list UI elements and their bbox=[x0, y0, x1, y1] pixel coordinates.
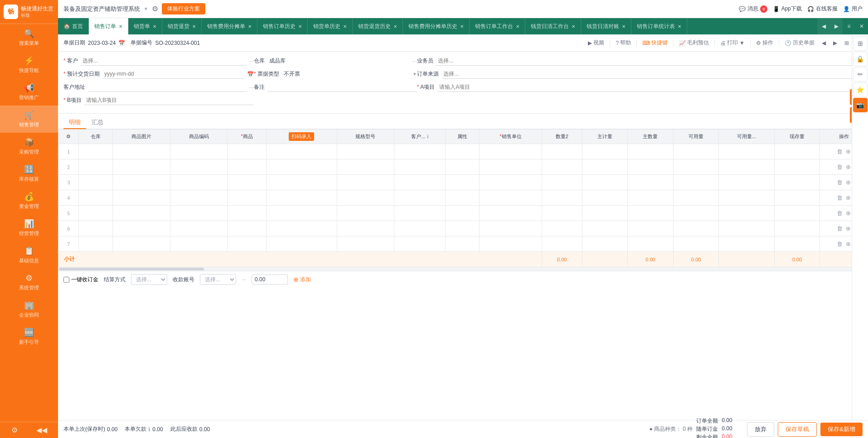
row-copy-icon-3[interactable]: ⊕ bbox=[846, 179, 851, 186]
row-copy-icon-4[interactable]: ⊕ bbox=[846, 194, 851, 201]
row-unit-1[interactable] bbox=[479, 144, 542, 159]
navtab-next-icon[interactable]: ▶ bbox=[830, 18, 843, 34]
row-qty2-3[interactable] bbox=[542, 175, 582, 190]
row-warehouse-2[interactable] bbox=[79, 159, 112, 175]
rfloat-btn-2[interactable]: 🔒 bbox=[853, 52, 868, 66]
staff-input[interactable] bbox=[436, 56, 855, 66]
shortcut-btn[interactable]: ⌨ 快捷键 bbox=[640, 38, 669, 48]
row-delete-icon-5[interactable]: 🗑 bbox=[837, 210, 843, 217]
rfloat-btn-3[interactable]: ✏ bbox=[853, 67, 868, 82]
navtab-invoice[interactable]: 销货单 ✕ bbox=[128, 18, 162, 34]
navtab-invoice-history[interactable]: 销货单历史 ✕ bbox=[308, 18, 353, 34]
row-unit-5[interactable] bbox=[479, 206, 542, 221]
row-attribute-4[interactable] bbox=[446, 190, 479, 206]
row-spec-3[interactable] bbox=[337, 175, 394, 190]
row-copy-icon-5[interactable]: ⊕ bbox=[846, 210, 851, 217]
row-warehouse-6[interactable] bbox=[79, 221, 112, 236]
a-project-input[interactable] bbox=[437, 82, 863, 92]
row-customer-code-4[interactable] bbox=[394, 190, 446, 206]
sidebar-item-sales[interactable]: 🛒 销售管理 bbox=[0, 106, 58, 133]
topbar-onlineservice[interactable]: 🎧 在线客服 bbox=[807, 5, 838, 13]
print-dropdown-icon[interactable]: ▼ bbox=[739, 40, 745, 46]
help-btn[interactable]: ? 帮助 bbox=[614, 38, 633, 48]
row-goods-1[interactable] bbox=[228, 144, 266, 159]
row-delete-icon-3[interactable]: 🗑 bbox=[837, 179, 843, 186]
solution-button[interactable]: 体验行业方案 bbox=[162, 3, 205, 14]
rfloat-btn-4[interactable]: ⭐ bbox=[853, 82, 868, 97]
row-customer-code-3[interactable] bbox=[394, 175, 446, 190]
navtab-sales-return[interactable]: 销货退货 ✕ bbox=[162, 18, 202, 34]
row-attribute-3[interactable] bbox=[446, 175, 479, 190]
close-invoice-history-icon[interactable]: ✕ bbox=[343, 24, 347, 29]
navtab-prev-icon[interactable]: ◀ bbox=[817, 18, 830, 34]
row-main-qty-2[interactable] bbox=[628, 159, 674, 175]
sidebar-item-inventory[interactable]: 🔢 库存核算 bbox=[0, 160, 58, 187]
navtab-sales-order-history[interactable]: 销售订单历史 ✕ bbox=[257, 18, 308, 34]
row-customer-code-5[interactable] bbox=[394, 206, 446, 221]
scrollbar-thumb[interactable] bbox=[59, 268, 204, 270]
close-return-history-icon[interactable]: ✕ bbox=[393, 24, 397, 29]
row-customer-code-2[interactable] bbox=[394, 159, 446, 175]
row-delete-icon-7[interactable]: 🗑 bbox=[837, 241, 843, 247]
close-order-stats-icon[interactable]: ✕ bbox=[678, 24, 681, 29]
view-video-btn[interactable]: ▶ 视频 bbox=[586, 38, 606, 48]
navtab-expense-split[interactable]: 销售费用分摊单 ✕ bbox=[202, 18, 257, 34]
print-btn[interactable]: 🖨 打印 ▼ bbox=[718, 38, 747, 48]
row-customer-code-6[interactable] bbox=[394, 221, 446, 236]
payment-amount-input[interactable] bbox=[252, 274, 288, 284]
delivery-calendar-icon[interactable]: 📅 bbox=[247, 71, 254, 77]
b-project-input[interactable] bbox=[84, 96, 254, 105]
remark-input[interactable] bbox=[267, 82, 417, 92]
row-copy-icon-7[interactable]: ⊕ bbox=[846, 241, 851, 247]
row-warehouse-4[interactable] bbox=[79, 190, 112, 206]
row-warehouse-5[interactable] bbox=[79, 206, 112, 221]
navtab-return-history[interactable]: 销货退货历史 ✕ bbox=[353, 18, 403, 34]
navtab-close-all-icon[interactable]: ✕ bbox=[855, 18, 868, 34]
row-customer-code-7[interactable] bbox=[394, 236, 446, 252]
close-cash-reconcile-icon[interactable]: ✕ bbox=[622, 24, 626, 29]
topbar-appdownload[interactable]: 📱 App下载 bbox=[773, 5, 802, 13]
operation-btn[interactable]: ⚙ 操作 bbox=[754, 38, 775, 48]
customer-dots[interactable]: ··· bbox=[249, 58, 254, 64]
navtab-sales-order[interactable]: 销售订单 ✕ bbox=[89, 18, 128, 34]
row-copy-icon-6[interactable]: ⊕ bbox=[846, 225, 851, 232]
invoice-dropdown-icon[interactable]: ▼ bbox=[412, 72, 417, 77]
row-goods-5[interactable] bbox=[228, 206, 266, 221]
row-goods-2[interactable] bbox=[228, 159, 266, 175]
navtab-cash-workbench[interactable]: 钱货日清工作台 ✕ bbox=[525, 18, 581, 34]
next-record-icon[interactable]: ▶ bbox=[831, 39, 839, 47]
row-spec-4[interactable] bbox=[337, 190, 394, 206]
close-sales-return-icon[interactable]: ✕ bbox=[192, 24, 196, 29]
rfloat-btn-1[interactable]: ⊞ bbox=[853, 36, 868, 51]
sidebar-item-quicknav[interactable]: ⚡ 快捷导航 bbox=[0, 51, 58, 78]
account-select[interactable]: 选择... bbox=[200, 274, 236, 285]
row-attribute-6[interactable] bbox=[446, 221, 479, 236]
topbar-message[interactable]: 💬 消息 9 bbox=[739, 5, 767, 13]
address-dots[interactable]: ··· bbox=[249, 84, 254, 91]
row-code-1[interactable] bbox=[170, 144, 228, 159]
settings-bottom-icon[interactable]: ⚙ bbox=[11, 426, 18, 434]
row-code-3[interactable] bbox=[170, 175, 228, 190]
system-dropdown-icon[interactable]: ▼ bbox=[144, 6, 148, 11]
address-input[interactable] bbox=[88, 82, 247, 92]
row-qty2-1[interactable] bbox=[542, 144, 582, 159]
warehouse-dots[interactable]: ··· bbox=[412, 58, 417, 64]
discard-button[interactable]: 放弃 bbox=[747, 422, 774, 437]
row-attribute-7[interactable] bbox=[446, 236, 479, 252]
row-code-7[interactable] bbox=[170, 236, 228, 252]
row-qty2-5[interactable] bbox=[542, 206, 582, 221]
row-delete-icon-1[interactable]: 🗑 bbox=[837, 148, 843, 155]
row-warehouse-1[interactable] bbox=[79, 144, 112, 159]
delivery-date-input[interactable] bbox=[102, 69, 244, 79]
row-attribute-2[interactable] bbox=[446, 159, 479, 175]
navtab-home[interactable]: 🏠 首页 bbox=[58, 18, 89, 34]
close-sales-order-icon[interactable]: ✕ bbox=[119, 24, 122, 29]
row-warehouse-7[interactable] bbox=[79, 236, 112, 252]
row-main-qty-3[interactable] bbox=[628, 175, 674, 190]
row-main-qty-1[interactable] bbox=[628, 144, 674, 159]
row-customer-code-1[interactable] bbox=[394, 144, 446, 159]
close-invoice-icon[interactable]: ✕ bbox=[153, 24, 156, 29]
row-attribute-5[interactable] bbox=[446, 206, 479, 221]
topbar-settings-icon[interactable]: ⚙ bbox=[152, 5, 158, 13]
row-main-qty-6[interactable] bbox=[628, 221, 674, 236]
